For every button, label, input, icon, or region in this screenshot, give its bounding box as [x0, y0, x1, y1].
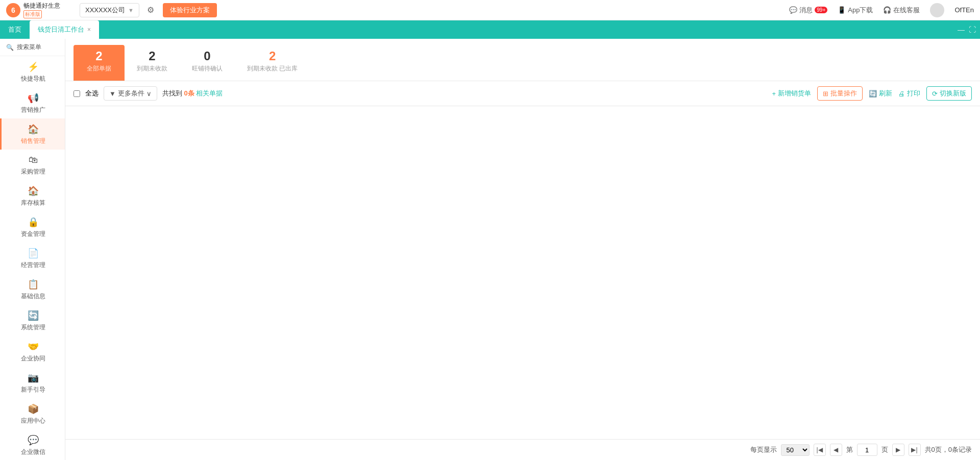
- sidebar-item-quick-nav[interactable]: ⚡ 快捷导航: [0, 56, 65, 87]
- sidebar-item-system[interactable]: 🔄 系统管理: [0, 305, 65, 336]
- status-count-pending: 0: [204, 49, 210, 63]
- sidebar-item-operations[interactable]: 📄 经营管理: [0, 243, 65, 274]
- company-name: XXXXXX公司: [85, 6, 125, 15]
- marketing-icon: 📢: [28, 92, 39, 104]
- sidebar: 🔍 搜索菜单 ⚡ 快捷导航 📢 营销推广 🏠 销售管理 🛍 采购管理 🏠 库存核…: [0, 39, 65, 460]
- system-icon: 🔄: [28, 310, 39, 321]
- per-page-label: 每页显示: [750, 445, 777, 454]
- app-center-icon: 📦: [28, 403, 39, 415]
- switch-icon: ⟳: [932, 90, 938, 98]
- app-download-icon: 📱: [838, 6, 846, 14]
- sidebar-item-label: 基础信息: [21, 292, 45, 301]
- trial-button[interactable]: 体验行业方案: [163, 3, 217, 17]
- wechat-icon: 💬: [28, 434, 39, 446]
- page-suffix: 页: [881, 445, 888, 454]
- switch-label: 切换新版: [940, 89, 966, 98]
- switch-button[interactable]: ⟳ 切换新版: [926, 86, 972, 101]
- sidebar-item-label: 营销推广: [21, 106, 45, 114]
- filter-label: 更多条件: [118, 89, 144, 98]
- new-sale-button[interactable]: + 新增销货单: [772, 89, 811, 98]
- top-header: 6 畅捷通好生意 标准版 XXXXXX公司 ▼ ⚙ 体验行业方案 💬 消息 99…: [0, 0, 980, 20]
- tab-close-icon[interactable]: ×: [87, 26, 91, 33]
- next-page-button[interactable]: ▶: [892, 444, 904, 456]
- batch-icon: ⊞: [823, 90, 828, 98]
- refresh-button[interactable]: 🔄 刷新: [869, 89, 892, 98]
- sidebar-item-inventory[interactable]: 🏠 库存核算: [0, 180, 65, 211]
- page-input[interactable]: [857, 444, 877, 456]
- settings-button[interactable]: ⚙: [143, 3, 158, 17]
- batch-label: 批量操作: [830, 89, 857, 98]
- purchase-icon: 🛍: [29, 155, 38, 165]
- company-selector[interactable]: XXXXXX公司 ▼: [80, 3, 139, 17]
- filter-icon: ▼: [109, 90, 116, 98]
- basic-info-icon: 📋: [28, 279, 39, 290]
- message-button[interactable]: 💬 消息 99+: [789, 6, 827, 15]
- inventory-icon: 🏠: [28, 185, 39, 197]
- status-card-pending[interactable]: 0 旺铺待确认: [180, 45, 235, 81]
- avatar[interactable]: [930, 3, 944, 17]
- toolbar-right: + 新增销货单 ⊞ 批量操作 🔄 刷新 🖨 打印 ⟳ 切换新版: [772, 86, 972, 101]
- app-tag: 标准版: [23, 10, 42, 18]
- sidebar-item-guide[interactable]: 📷 新手引导: [0, 367, 65, 398]
- sidebar-item-label: 库存核算: [21, 199, 45, 207]
- related-link[interactable]: 相关单据: [196, 89, 223, 97]
- status-card-overdue[interactable]: 2 到期未收款: [125, 45, 180, 81]
- sidebar-item-enterprise[interactable]: 🤝 企业协同: [0, 336, 65, 367]
- print-button[interactable]: 🖨 打印: [898, 89, 920, 98]
- status-card-shipped[interactable]: 2 到期未收款 已出库: [235, 45, 310, 81]
- sidebar-item-label: 经营管理: [21, 261, 45, 270]
- status-count-all: 2: [95, 49, 102, 63]
- prev-page-button[interactable]: ◀: [830, 444, 842, 456]
- sidebar-item-basic-info[interactable]: 📋 基础信息: [0, 274, 65, 305]
- total-info: 共0页，0条记录: [925, 445, 972, 454]
- search-icon: 🔍: [6, 44, 14, 51]
- tab-home-label: 首页: [8, 25, 21, 34]
- sidebar-item-sales[interactable]: 🏠 销售管理: [0, 118, 65, 150]
- layout: 🔍 搜索菜单 ⚡ 快捷导航 📢 营销推广 🏠 销售管理 🛍 采购管理 🏠 库存核…: [0, 39, 980, 460]
- toolbar: 全选 ▼ 更多条件 ∨ 共找到 0条 相关单据 + 新增销货单 ⊞ 批量操作: [65, 81, 980, 106]
- status-cards: 2 全部单据 2 到期未收款 0 旺铺待确认 2 到期未收款 已出库: [65, 39, 980, 81]
- first-page-button[interactable]: |◀: [814, 444, 826, 456]
- filter-button[interactable]: ▼ 更多条件 ∨: [104, 86, 157, 101]
- print-icon: 🖨: [898, 90, 905, 98]
- batch-button[interactable]: ⊞ 批量操作: [817, 86, 863, 101]
- print-label: 打印: [907, 89, 920, 98]
- status-label-pending: 旺铺待确认: [192, 64, 223, 73]
- status-card-all[interactable]: 2 全部单据: [74, 45, 125, 81]
- sidebar-item-purchase[interactable]: 🛍 采购管理: [0, 150, 65, 180]
- sales-icon: 🏠: [28, 124, 39, 135]
- select-all-checkbox[interactable]: [74, 90, 80, 97]
- settings-icon: ⚙: [147, 5, 154, 15]
- search-label: 搜索菜单: [17, 43, 41, 52]
- sidebar-item-finance[interactable]: 🔒 资金管理: [0, 211, 65, 243]
- sidebar-item-label: 快捷导航: [21, 75, 45, 83]
- tab-maximize-icon[interactable]: ⛶: [969, 26, 976, 34]
- online-service-label: 在线客服: [893, 6, 920, 15]
- sidebar-item-app-center[interactable]: 📦 应用中心: [0, 398, 65, 429]
- table-area: [65, 106, 980, 439]
- nav-tabs-right: — ⛶: [958, 26, 980, 34]
- per-page-select[interactable]: 50 100 200: [781, 444, 810, 456]
- app-download-label: App下载: [848, 6, 873, 15]
- tab-home[interactable]: 首页: [0, 20, 30, 39]
- sidebar-item-wechat[interactable]: 💬 企业微信: [0, 429, 65, 460]
- status-label-all: 全部单据: [87, 64, 111, 73]
- sidebar-item-marketing[interactable]: 📢 营销推广: [0, 87, 65, 118]
- tab-workbench[interactable]: 钱货日清工作台 ×: [30, 20, 99, 39]
- tab-minimize-icon[interactable]: —: [958, 26, 965, 34]
- message-label: 消息: [799, 6, 813, 15]
- status-count-overdue: 2: [149, 49, 155, 63]
- online-service-icon: 🎧: [883, 6, 891, 14]
- app-download-button[interactable]: 📱 App下载: [838, 6, 873, 15]
- online-service-button[interactable]: 🎧 在线客服: [883, 6, 920, 15]
- sidebar-search[interactable]: 🔍 搜索菜单: [0, 39, 65, 56]
- main-content: 2 全部单据 2 到期未收款 0 旺铺待确认 2 到期未收款 已出库 全选: [65, 39, 980, 460]
- last-page-button[interactable]: ▶|: [909, 444, 921, 456]
- tab-workbench-label: 钱货日清工作台: [38, 25, 84, 34]
- status-label-shipped: 到期未收款 已出库: [247, 64, 298, 73]
- logo-icon: 6: [6, 3, 20, 17]
- sidebar-item-label: 应用中心: [21, 417, 45, 425]
- refresh-icon: 🔄: [869, 90, 877, 98]
- refresh-label: 刷新: [879, 89, 892, 98]
- sidebar-item-label: 采购管理: [21, 167, 45, 176]
